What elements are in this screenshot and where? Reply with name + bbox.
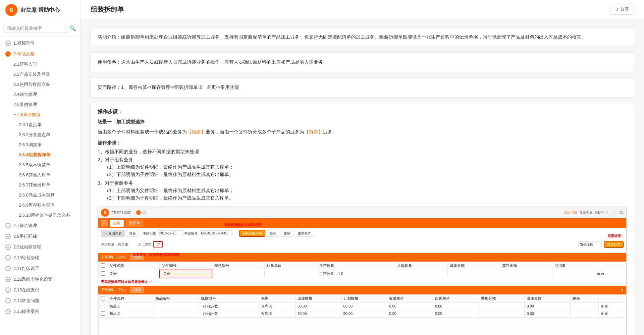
sidebar-item-docs-265[interactable]: 2.6.5成本调整单 [0, 160, 80, 170]
mock-toolbar: ← 返回列表 保存 单据日期 2019-12-26 单据编号 AD-201912… [98, 228, 626, 239]
mock-label-number: 单据编号 [184, 231, 198, 236]
mock-ltd-spec-2: （分仓+数） [199, 310, 259, 317]
mock-btn-more[interactable]: 更多操作 [295, 230, 314, 237]
mock-ltd-alloc-2 [479, 310, 525, 317]
mock-td-avail-1 [552, 270, 595, 278]
mock-form-number: 单据编号 AD-20191226-001 [184, 230, 232, 236]
sidebar-item-docs-269[interactable]: 2.6.9库存账本查询 [0, 200, 80, 210]
mock-browser: 6 TEST-H002 App下载 在线客服 帮助中心 CC [98, 207, 627, 335]
search-box[interactable]: 🔍 [0, 20, 80, 37]
sidebar-item-docs-210[interactable]: + 2.10经营管理 [0, 253, 80, 263]
sidebar-header: 6 好生意 帮助中心 [0, 0, 80, 20]
mock-btn-back[interactable]: ← 返回列表 [101, 230, 125, 237]
sidebar: 6 好生意 帮助中心 🔍 + 1.视频学习 − 2.帮助文档 2.1新手入门 2… [0, 0, 80, 335]
sidebar-item-docs-22[interactable]: 2.2产品安装及登录 [0, 69, 80, 79]
sidebar-item-docs-215[interactable]: + 2.15操作案例 [0, 306, 80, 317]
sidebar-item-docs-262[interactable]: 2.6.2分量盘点单 [0, 130, 80, 140]
sidebar-item-docs-263[interactable]: 2.6.3调拨单 [0, 140, 80, 150]
sidebar-item-docs-214[interactable]: + 2.14常见问题 [0, 295, 80, 306]
mock-lcheckbox-2[interactable] [101, 311, 105, 316]
nav-label-video: 1.视频学习 [13, 40, 35, 46]
highlight-zuzhuan: 【组装】 [187, 129, 206, 134]
mock-ltd-oqty-1: 30.00 [295, 302, 341, 310]
scenario1-desc: 当由多个子件材料组装成一个成品的业务为【组装】业务，当由一个父件拆分成多个子产品… [98, 128, 627, 136]
mock-tab-new[interactable]: 新添单 [126, 220, 144, 227]
mock-upper-table-container: 父件名称 父件编号 规格型号 计量单位 生产数量 入库数量 成本金额 其它金额 … [98, 262, 626, 278]
mock-ltd-check-1 [99, 302, 107, 310]
mock-row-del-icon[interactable]: ⊗ [601, 272, 604, 276]
mock-lth-amount: 出库金额 [525, 294, 571, 302]
sidebar-item-docs-213[interactable]: + 2.13在线支付 [0, 285, 80, 295]
mock-ltd-code-2 [153, 310, 199, 317]
mock-lower-label: 下部明细（子件） [101, 288, 128, 292]
sidebar-item-docs-264[interactable]: 2.6.4组装拆卸单 [0, 150, 80, 160]
mock-lrow-del-icon[interactable]: ⊗ [605, 304, 608, 308]
sidebar-item-docs-267[interactable]: 2.6.7其他出库单 [0, 180, 80, 190]
step3-text: 3、对于拆装业务 [98, 180, 627, 186]
sidebar-item-docs-211[interactable]: + 2.11打印设置 [0, 263, 80, 274]
mock-type-value: On [156, 242, 160, 246]
mock-lcheckbox-all[interactable] [101, 296, 105, 300]
sidebar-item-docs-28[interactable]: + 2.8手机旺铺 [0, 231, 80, 242]
sidebar-item-docs-21[interactable]: 2.1新手入门 [0, 59, 80, 69]
mock-input-date[interactable]: 2019-12-26 [158, 230, 183, 236]
mock-td-code-1: 关米 [160, 270, 212, 278]
mock-th-instock-qty: 入库数量 [395, 262, 447, 270]
mock-th-actions [595, 262, 626, 270]
mock-lrow-copy-icon-2[interactable]: ⊕ [601, 312, 604, 316]
search-button[interactable]: 🔍 [69, 25, 76, 32]
mock-btn-delete[interactable]: 删除 [281, 230, 293, 237]
nav-plus-icon-214: + [5, 298, 11, 303]
mock-lower-table: 子件名称 商品编号 规格型号 仓库 出库数量 计划数量 标准单价 出库单价 费用… [98, 294, 626, 335]
sidebar-item-docs-268[interactable]: 2.6.8商品成本重算 [0, 190, 80, 200]
mock-lrow-copy-icon[interactable]: ⊕ [601, 304, 604, 308]
sidebar-item-docs-29[interactable]: + 2.9优惠券管理 [0, 242, 80, 253]
sidebar-item-docs-2610[interactable]: 2.6.10库存账本错了怎么办 [0, 210, 80, 220]
mock-checkbox-row-1[interactable] [101, 271, 105, 276]
logo-title: 好生意 帮助中心 [21, 7, 60, 14]
share-button[interactable]: ↗ 分享 [610, 4, 634, 15]
mock-lcheckbox-1[interactable] [101, 304, 105, 308]
mock-ltd-empty-5 [99, 331, 626, 335]
nav-label-docs-210: 2.10经营管理 [13, 255, 39, 261]
mock-annotation-area: 无固定清单可以在这里直接录入 ↗ [98, 278, 626, 286]
mock-lth-stdprice: 标准单价 [387, 294, 433, 302]
sidebar-item-docs-261[interactable]: 2.6.1盘点单 [0, 120, 80, 130]
mock-btn-enable[interactable]: 立发处理 [604, 241, 624, 248]
mock-input-warehouse[interactable] [578, 241, 602, 247]
mock-ltd-empty-4 [99, 324, 626, 331]
mock-titlebar-icons [136, 210, 147, 215]
sidebar-item-video[interactable]: + 1.视频学习 [0, 38, 80, 49]
sidebar-item-docs-23[interactable]: 2.3使用前数据准备 [0, 79, 80, 90]
nav-plus-icon-213: + [5, 287, 11, 293]
nav-label-docs-215: 2.15操作案例 [13, 309, 39, 315]
sidebar-item-docs-27[interactable]: + 2.7资金管理 [0, 220, 80, 231]
search-input[interactable] [4, 24, 67, 33]
mock-btn-copy[interactable]: 复制 [267, 230, 279, 237]
mock-lrow-del-icon-2[interactable]: ⊗ [605, 312, 608, 316]
mock-td-cost-1 [447, 270, 500, 278]
mock-nav: 自页 新添单 [98, 218, 626, 228]
mock-th-parent-name: 父件名称 [107, 262, 160, 270]
mock-lower-section-header: 下部明细（子件） +添加 ⬆ [98, 286, 626, 294]
nav-label-docs-212: 2.12系统个性化设置 [13, 276, 52, 282]
sidebar-item-docs[interactable]: − 2.帮助文档 [0, 49, 80, 59]
mock-input-number[interactable]: AD-20191226-001 [199, 230, 232, 236]
nav-plus-icon-27: + [5, 223, 11, 228]
mock-btn-bom[interactable]: 选择装配清单 [239, 230, 265, 237]
mock-checkbox-all-upper[interactable] [101, 263, 105, 268]
step3-sub: （1）上部明细为父件明细，最终作为原材料生成其它出库单； （2）下部明细为子件明… [98, 188, 627, 201]
mock-row-copy-icon[interactable]: ⊕ [597, 272, 600, 276]
nav-label-docs-27: 2.7资金管理 [13, 223, 37, 229]
mock-lower-add-btn[interactable]: +添加 [130, 287, 144, 293]
mock-lth-name: 子件名称 [107, 294, 153, 302]
sidebar-item-docs-266[interactable]: 2.6.6其他入库单 [0, 170, 80, 180]
sidebar-item-docs-26[interactable]: −2.6库存核算 [0, 110, 80, 120]
mock-btn-save[interactable]: 保存 [126, 230, 139, 237]
mock-th-cost: 成本金额 [447, 262, 500, 270]
sidebar-item-docs-24[interactable]: 2.4销售管理 [0, 90, 80, 100]
sidebar-item-docs-25[interactable]: 2.5采购管理 [0, 100, 80, 110]
sidebar-item-docs-212[interactable]: + 2.12系统个性化设置 [0, 274, 80, 285]
mock-type-select[interactable]: On [153, 241, 163, 247]
mock-tab-home[interactable]: 自页 [110, 220, 124, 227]
